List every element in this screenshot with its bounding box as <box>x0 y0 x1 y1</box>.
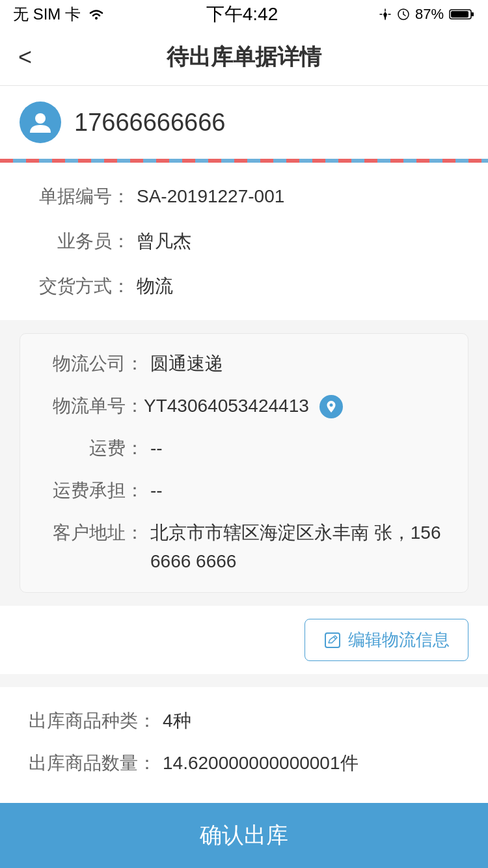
logistics-company-row: 物流公司： 圆通速递 <box>40 349 448 379</box>
customer-section: 17666666666 <box>0 86 488 159</box>
quantity-label: 出库商品数量： <box>26 749 156 778</box>
battery-icon <box>449 8 475 21</box>
logistics-card: 物流公司： 圆通速递 物流单号： YT43064053424413 运费： --… <box>20 333 468 593</box>
sales-person-value: 曾凡杰 <box>130 227 462 256</box>
sales-person-row: 业务员： 曾凡杰 <box>26 227 462 256</box>
page-title: 待出库单据详情 <box>167 42 321 72</box>
quantity-row: 出库商品数量： 14.620000000000001件 <box>26 749 462 778</box>
address-row: 客户地址： 北京市市辖区海淀区永丰南 张，156 6666 6666 <box>40 519 448 577</box>
address-label: 客户地址： <box>40 519 144 548</box>
edit-btn-container: 编辑物流信息 <box>0 606 488 674</box>
wifi-icon <box>87 8 105 21</box>
svg-point-6 <box>329 403 332 407</box>
sales-person-label: 业务员： <box>26 227 130 256</box>
confirm-outbound-label: 确认出库 <box>200 821 288 850</box>
freight-label: 运费： <box>40 434 144 463</box>
delivery-method-label: 交货方式： <box>26 272 130 301</box>
dashed-divider <box>0 159 488 163</box>
tracking-number: YT43064053424413 <box>144 392 309 421</box>
avatar <box>20 102 61 143</box>
freight-value: -- <box>144 434 448 463</box>
freight-bearer-value: -- <box>144 476 448 506</box>
status-time: 下午4:42 <box>206 2 278 27</box>
logistics-company-value: 圆通速递 <box>144 349 448 379</box>
map-pin-icon <box>324 400 338 414</box>
person-icon <box>27 109 53 135</box>
nav-bar: < 待出库单据详情 <box>0 29 488 86</box>
freight-row: 运费： -- <box>40 434 448 463</box>
freight-bearer-row: 运费承担： -- <box>40 476 448 506</box>
status-right: 87% <box>379 6 475 23</box>
tracking-label: 物流单号： <box>40 392 144 421</box>
order-number-row: 单据编号： SA-20191227-001 <box>26 182 462 211</box>
order-number-value: SA-20191227-001 <box>130 182 462 211</box>
freight-bearer-label: 运费承担： <box>40 476 144 506</box>
section-gap-1 <box>0 674 488 687</box>
location-service-icon <box>379 8 392 21</box>
clock-icon <box>397 8 410 21</box>
status-left: 无 SIM 卡 <box>13 4 105 25</box>
delivery-method-value: 物流 <box>130 272 462 301</box>
svg-rect-3 <box>471 12 474 16</box>
tracking-number-row: 物流单号： YT43064053424413 <box>40 392 448 421</box>
svg-point-0 <box>95 17 98 20</box>
tracking-value-container: YT43064053424413 <box>144 392 343 421</box>
address-value: 北京市市辖区海淀区永丰南 张，156 6666 6666 <box>144 519 448 577</box>
confirm-outbound-button[interactable]: 确认出库 <box>0 803 488 868</box>
carrier-label: 无 SIM 卡 <box>13 4 81 25</box>
edit-icon <box>323 631 342 649</box>
basic-info-section: 单据编号： SA-20191227-001 业务员： 曾凡杰 交货方式： 物流 <box>0 163 488 320</box>
battery-percent: 87% <box>415 6 444 23</box>
delivery-method-row: 交货方式： 物流 <box>26 272 462 301</box>
quantity-value: 14.620000000000001件 <box>156 749 462 778</box>
types-value: 4种 <box>156 707 462 736</box>
edit-logistics-label: 编辑物流信息 <box>348 629 450 651</box>
outbound-info-section: 出库商品种类： 4种 出库商品数量： 14.620000000000001件 <box>0 687 488 798</box>
customer-phone: 17666666666 <box>74 109 225 137</box>
logistics-company-label: 物流公司： <box>40 349 144 379</box>
status-bar: 无 SIM 卡 下午4:42 87% <box>0 0 488 29</box>
svg-rect-4 <box>451 11 468 18</box>
svg-point-5 <box>35 113 46 124</box>
tracking-location-button[interactable] <box>319 395 343 418</box>
edit-logistics-button[interactable]: 编辑物流信息 <box>305 619 468 661</box>
page-content: 17666666666 单据编号： SA-20191227-001 业务员： 曾… <box>0 86 488 868</box>
order-number-label: 单据编号： <box>26 182 130 211</box>
types-label: 出库商品种类： <box>26 707 156 736</box>
back-button[interactable]: < <box>18 44 32 71</box>
types-row: 出库商品种类： 4种 <box>26 707 462 736</box>
svg-rect-7 <box>325 633 340 647</box>
